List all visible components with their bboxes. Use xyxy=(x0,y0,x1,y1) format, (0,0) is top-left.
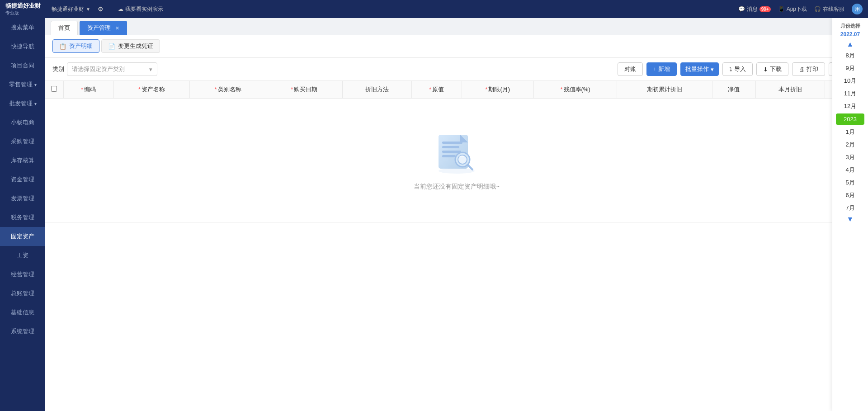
toolbar-right: 对账 + 新增 批量操作 ▾ ⤵ 导入 ⬇ 下载 xyxy=(618,62,861,76)
month-panel-title: 月份选择 xyxy=(840,21,860,30)
table-header-checkbox xyxy=(45,81,63,99)
category-select-box[interactable]: 请选择固定资产类别 ▾ xyxy=(67,62,157,76)
svg-rect-5 xyxy=(442,151,461,153)
category-dropdown-icon: ▾ xyxy=(149,66,152,73)
message-count: 99+ xyxy=(760,6,771,12)
sidebar-payroll-label: 工资 xyxy=(17,251,28,260)
month-item-7-2023[interactable]: 7月 xyxy=(832,202,868,214)
col-purchase-date: *购买日期 xyxy=(266,81,342,99)
retail-arrow-icon: ▾ xyxy=(34,82,37,87)
sidebar-item-fixed-assets[interactable]: 固定资产 xyxy=(0,227,45,246)
match-button[interactable]: 对账 xyxy=(618,62,643,76)
sidebar-item-basic-info[interactable]: 基础信息 xyxy=(0,303,45,322)
demo-link[interactable]: ☁ 我要看实例演示 xyxy=(118,5,163,13)
match-label: 对账 xyxy=(624,65,636,73)
month-item-8[interactable]: 8月 xyxy=(832,49,868,62)
sidebar-item-finance[interactable]: 资金管理 xyxy=(0,170,45,189)
sidebar-item-inventory[interactable]: 库存核算 xyxy=(0,151,45,170)
month-item-2[interactable]: 2月 xyxy=(832,138,868,151)
settings-icon[interactable]: ⚙ xyxy=(98,5,104,13)
sidebar-item-business[interactable]: 经营管理 xyxy=(0,265,45,284)
empty-illustration xyxy=(429,130,484,175)
dropdown-arrow: ▼ xyxy=(86,7,90,12)
month-item-6[interactable]: 6月 xyxy=(832,189,868,202)
app-download-label: App下载 xyxy=(787,5,807,13)
print-button[interactable]: 🖨 打印 xyxy=(792,62,825,76)
company-dropdown[interactable]: 畅捷通好业财 ▼ xyxy=(52,5,90,13)
category-label: 类别 xyxy=(52,65,64,73)
add-button[interactable]: + 新增 xyxy=(646,62,677,76)
tab-home[interactable]: 首页 xyxy=(51,21,78,35)
app-edition: 专业版 xyxy=(5,10,41,16)
year-badge-2023: 2023 xyxy=(836,113,864,125)
sidebar-item-system[interactable]: 系统管理 xyxy=(0,322,45,341)
message-label: 消息 xyxy=(747,5,758,13)
sidebar-item-ecommerce[interactable]: 小畅电商 xyxy=(0,113,45,132)
sidebar-item-search[interactable]: 搜索菜单 xyxy=(0,18,45,37)
sidebar-quick-nav-label: 快捷导航 xyxy=(11,43,34,51)
svg-point-0 xyxy=(439,168,475,174)
toolbar: 类别 请选择固定资产类别 ▾ 对账 + 新增 批量操 xyxy=(45,58,868,81)
month-item-4[interactable]: 4月 xyxy=(832,164,868,176)
select-all-checkbox[interactable] xyxy=(51,86,57,92)
print-icon: 🖨 xyxy=(799,66,805,73)
sidebar-item-quick-nav[interactable]: 快捷导航 xyxy=(0,37,45,56)
batch-button[interactable]: 批量操作 ▾ xyxy=(680,62,719,76)
month-item-3[interactable]: 3月 xyxy=(832,151,868,164)
tab-asset-mgmt[interactable]: 资产管理 ✕ xyxy=(80,21,127,35)
download-label: 下载 xyxy=(770,65,782,73)
asset-detail-label: 资产明细 xyxy=(69,42,93,50)
online-service-button[interactable]: 🎧 在线客服 xyxy=(814,5,844,13)
sidebar-item-payroll[interactable]: 工资 xyxy=(0,246,45,265)
month-nav-up[interactable]: ▲ xyxy=(847,39,854,49)
svg-line-9 xyxy=(467,165,472,170)
import-button[interactable]: ⤵ 导入 xyxy=(722,62,753,76)
download-icon: ⬇ xyxy=(763,66,768,73)
sidebar-item-tax[interactable]: 税务管理 xyxy=(0,208,45,227)
empty-state-row: 当前您还没有固定资产明细哦~ xyxy=(45,99,868,223)
month-item-11[interactable]: 11月 xyxy=(832,87,868,100)
sidebar-tax-label: 税务管理 xyxy=(11,213,34,222)
app-logo: 畅捷通好业财 专业版 xyxy=(5,2,41,16)
sidebar-project-label: 项目合同 xyxy=(11,61,34,70)
download-button[interactable]: ⬇ 下载 xyxy=(756,62,788,76)
sidebar-item-retail[interactable]: 零售管理 ▾ xyxy=(0,75,45,94)
sidebar-ledger-label: 总账管理 xyxy=(11,289,34,298)
sidebar-ecommerce-label: 小畅电商 xyxy=(11,118,34,127)
change-voucher-icon: 📄 xyxy=(108,43,115,50)
month-item-5[interactable]: 5月 xyxy=(832,176,868,189)
sub-tab-asset-detail[interactable]: 📋 资产明细 xyxy=(52,39,99,53)
tab-close-icon[interactable]: ✕ xyxy=(115,25,119,31)
main-wrap: 搜索菜单 快捷导航 项目合同 零售管理 ▾ 批发管理 ▾ 小畅电商 采购管理 库… xyxy=(0,18,868,411)
sidebar-finance-label: 资金管理 xyxy=(11,175,34,184)
col-residual-rate: *残值率(%) xyxy=(533,81,617,99)
month-nav-down[interactable]: ▼ xyxy=(847,214,854,224)
sidebar-retail-label: 零售管理 xyxy=(9,80,33,89)
col-accumulated-dep: 期初累计折旧 xyxy=(617,81,712,99)
month-item-9[interactable]: 9月 xyxy=(832,62,868,75)
wholesale-arrow-icon: ▾ xyxy=(34,101,37,106)
avatar[interactable]: 用 xyxy=(852,4,863,14)
content-area: 首页 资产管理 ✕ 📋 资产明细 📄 变更生成凭证 xyxy=(45,18,868,411)
sub-tab-change-voucher[interactable]: 📄 变更生成凭证 xyxy=(101,39,160,53)
sidebar-purchase-label: 采购管理 xyxy=(11,137,34,146)
col-original-value: *原值 xyxy=(411,81,462,99)
month-panel: 月份选择 2022.07 ▲ 8月 9月 10月 11月 12月 2023 1月… xyxy=(832,18,868,411)
sidebar-item-purchase[interactable]: 采购管理 xyxy=(0,132,45,151)
sidebar-item-ledger[interactable]: 总账管理 xyxy=(0,284,45,303)
cloud-icon: ☁ xyxy=(118,6,123,12)
app-download-button[interactable]: 📱 App下载 xyxy=(778,5,807,13)
month-item-10[interactable]: 10月 xyxy=(832,75,868,87)
headset-icon: 🎧 xyxy=(814,6,821,12)
asset-detail-icon: 📋 xyxy=(59,43,66,50)
sidebar-item-wholesale[interactable]: 批发管理 ▾ xyxy=(0,94,45,113)
sidebar-item-project[interactable]: 项目合同 xyxy=(0,56,45,75)
online-service-label: 在线客服 xyxy=(823,5,844,13)
month-item-12[interactable]: 12月 xyxy=(832,100,868,113)
sidebar-search-label: 搜索菜单 xyxy=(11,24,34,32)
tab-home-label: 首页 xyxy=(58,24,70,31)
month-item-1[interactable]: 1月 xyxy=(832,126,868,138)
sidebar-item-invoice[interactable]: 发票管理 xyxy=(0,189,45,208)
sidebar-invoice-label: 发票管理 xyxy=(11,194,34,203)
message-button[interactable]: 💬 消息 99+ xyxy=(738,5,771,13)
